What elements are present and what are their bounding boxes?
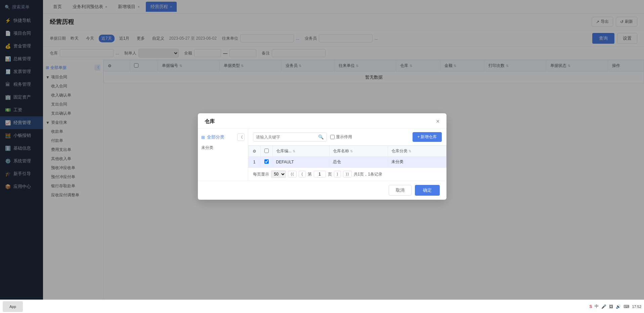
modal-search-btn[interactable]: 🔍 bbox=[315, 133, 327, 141]
sys-icon-img[interactable]: 🖼 bbox=[609, 304, 613, 309]
add-warehouse-label: + 新增仓库 bbox=[417, 134, 437, 140]
sys-icon-speaker[interactable]: 🔊 bbox=[616, 304, 621, 309]
time-display: 17:52 bbox=[632, 305, 641, 309]
modal-total-info: 共1页，1条记录 bbox=[354, 171, 382, 177]
cancel-button[interactable]: 取消 bbox=[389, 185, 412, 196]
modal-body: ⊞ 全部分类 《 未分类 🔍 bbox=[198, 129, 446, 181]
unclassified-label: 未分类 bbox=[201, 145, 213, 150]
confirm-button[interactable]: 确定 bbox=[415, 185, 440, 196]
taskbar: App S 中 🎤 🖼 🔊 ⌨ 17:52 bbox=[0, 300, 644, 313]
show-disabled-label: 显示停用 bbox=[330, 134, 352, 140]
taskbar-sys-icons: S 中 🎤 🖼 🔊 ⌨ 17:52 bbox=[589, 304, 641, 309]
modal-col-checkbox[interactable] bbox=[260, 146, 272, 157]
modal-page-size-select[interactable]: 50 bbox=[271, 170, 286, 178]
modal-actions: 取消 确定 bbox=[198, 181, 446, 200]
sys-icon-mic[interactable]: 🎤 bbox=[601, 304, 606, 309]
modal-left-header[interactable]: ⊞ 全部分类 《 bbox=[198, 131, 248, 143]
modal-search-wrap: 🔍 bbox=[253, 132, 327, 142]
add-warehouse-btn[interactable]: + 新增仓库 bbox=[413, 132, 441, 142]
sys-icon-keyboard[interactable]: ⌨ bbox=[624, 304, 629, 309]
modal-first-page-btn[interactable]: ⟨⟨ bbox=[288, 171, 297, 178]
table-row[interactable]: 1 DEFAULT 总仓 未分类 bbox=[248, 157, 446, 167]
modal-col-gear[interactable]: ⚙ bbox=[248, 146, 260, 157]
modal-col-category[interactable]: 仓库分类 ⇅ bbox=[388, 146, 446, 157]
modal-left-panel: ⊞ 全部分类 《 未分类 bbox=[198, 129, 248, 181]
modal-close-btn[interactable]: × bbox=[436, 118, 440, 125]
search-icon-modal: 🔍 bbox=[318, 134, 324, 140]
modal-toolbar: 🔍 显示停用 + 新增仓库 bbox=[248, 129, 446, 146]
modal-last-page-btn[interactable]: ⟩⟩ bbox=[343, 171, 352, 178]
modal-right-panel: 🔍 显示停用 + 新增仓库 bbox=[248, 129, 446, 181]
modal-all-category-label: 全部分类 bbox=[207, 134, 224, 140]
modal-title: 仓库 bbox=[205, 118, 215, 125]
modal-overlay[interactable]: 仓库 × ⊞ 全部分类 《 未分类 bbox=[0, 0, 644, 313]
modal-page-label: 第 bbox=[308, 171, 312, 177]
modal-page-input[interactable] bbox=[314, 171, 326, 178]
taskbar-app[interactable]: App bbox=[3, 301, 23, 312]
modal-footer-pagination: 每页显示 50 ⟨⟨ ⟨ 第 页 ⟩ ⟩⟩ 共1页，1条记录 bbox=[248, 167, 446, 181]
warehouse-modal: 仓库 × ⊞ 全部分类 《 未分类 bbox=[198, 113, 446, 200]
grid-icon-modal: ⊞ bbox=[201, 135, 205, 140]
modal-table-wrap: ⚙ 仓库编... ⇅ 仓库名称 ⇅ 仓库分类 ⇅ 1 DEF bbox=[248, 146, 446, 167]
modal-header: 仓库 × bbox=[198, 113, 446, 129]
modal-search-input[interactable] bbox=[253, 133, 315, 141]
show-disabled-checkbox[interactable] bbox=[330, 135, 335, 139]
row-gear-cell: 1 bbox=[248, 157, 260, 167]
sys-icon-s: S bbox=[589, 304, 592, 309]
modal-table: ⚙ 仓库编... ⇅ 仓库名称 ⇅ 仓库分类 ⇅ 1 DEF bbox=[248, 146, 446, 167]
modal-col-code[interactable]: 仓库编... ⇅ bbox=[272, 146, 329, 157]
sys-icon-cn: 中 bbox=[595, 304, 599, 309]
row-checkbox-cell[interactable] bbox=[260, 157, 272, 167]
row-code-cell: DEFAULT bbox=[272, 157, 329, 167]
modal-unclassified-category[interactable]: 未分类 bbox=[198, 143, 248, 153]
collapse-icon: 《 bbox=[239, 134, 243, 140]
modal-next-page-btn[interactable]: ⟩ bbox=[334, 171, 341, 178]
modal-prev-page-btn[interactable]: ⟨ bbox=[299, 171, 306, 178]
modal-per-page-label: 每页显示 bbox=[253, 171, 269, 177]
modal-collapse-btn[interactable]: 《 bbox=[237, 133, 245, 141]
row-category-cell: 未分类 bbox=[388, 157, 446, 167]
modal-select-all[interactable] bbox=[264, 149, 269, 153]
row-name-cell: 总仓 bbox=[329, 157, 388, 167]
modal-col-name[interactable]: 仓库名称 ⇅ bbox=[329, 146, 388, 157]
show-disabled-text: 显示停用 bbox=[336, 134, 352, 140]
modal-page-suffix: 页 bbox=[328, 171, 332, 177]
row-checkbox[interactable] bbox=[264, 159, 269, 164]
